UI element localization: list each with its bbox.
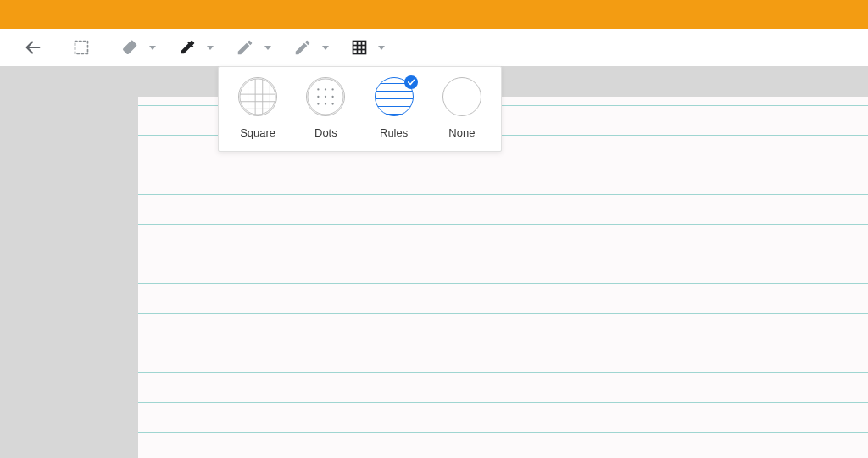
eyedropper-dropdown[interactable] [203, 46, 217, 50]
option-label: Square [240, 126, 275, 139]
svg-point-24 [318, 103, 320, 104]
pen-icon [293, 38, 312, 57]
chevron-down-icon [264, 46, 271, 50]
svg-point-20 [332, 88, 334, 90]
background-option-square[interactable]: Square [227, 77, 288, 139]
svg-point-21 [318, 96, 320, 98]
background-option-dots[interactable]: Dots [295, 77, 356, 139]
option-label: None [448, 126, 475, 139]
eyedropper-icon [178, 38, 197, 57]
svg-point-18 [318, 88, 320, 90]
pen-tool-1-button[interactable] [229, 32, 261, 63]
square-pattern-icon [238, 77, 277, 116]
eyedropper-tool-button[interactable] [171, 32, 203, 63]
background-grid-button[interactable] [344, 32, 375, 63]
eraser-dropdown[interactable] [146, 46, 159, 50]
selection-icon [73, 39, 90, 56]
back-button[interactable] [17, 32, 49, 63]
svg-point-22 [325, 96, 326, 98]
svg-point-26 [332, 103, 334, 104]
pen-1-dropdown[interactable] [261, 46, 275, 50]
pen-icon [236, 38, 254, 57]
pen-tool-2-button[interactable] [287, 32, 319, 63]
eraser-icon [120, 38, 139, 57]
option-label: Dots [314, 126, 337, 139]
arrow-left-icon [24, 38, 42, 57]
svg-rect-1 [75, 42, 88, 54]
left-gutter [0, 66, 138, 458]
grid-icon [351, 39, 368, 56]
background-style-popover: Square Dots Rules None [218, 66, 502, 152]
svg-rect-2 [353, 42, 366, 54]
toolbar [0, 29, 868, 66]
eraser-tool-button[interactable] [114, 32, 146, 63]
svg-point-25 [325, 103, 326, 104]
dots-pattern-icon [306, 77, 345, 116]
svg-point-19 [325, 88, 326, 90]
chevron-down-icon [322, 46, 329, 50]
chevron-down-icon [378, 46, 385, 50]
background-grid-dropdown[interactable] [375, 46, 388, 50]
background-option-rules[interactable]: Rules [364, 77, 425, 139]
title-bar [0, 0, 868, 29]
chevron-down-icon [149, 46, 156, 50]
background-option-none[interactable]: None [431, 77, 492, 139]
selected-check-icon [404, 75, 418, 89]
chevron-down-icon [207, 46, 214, 50]
option-label: Rules [380, 126, 408, 139]
none-pattern-icon [442, 77, 481, 116]
svg-point-23 [332, 96, 334, 98]
selection-tool-button[interactable] [66, 32, 97, 63]
pen-2-dropdown[interactable] [319, 46, 332, 50]
